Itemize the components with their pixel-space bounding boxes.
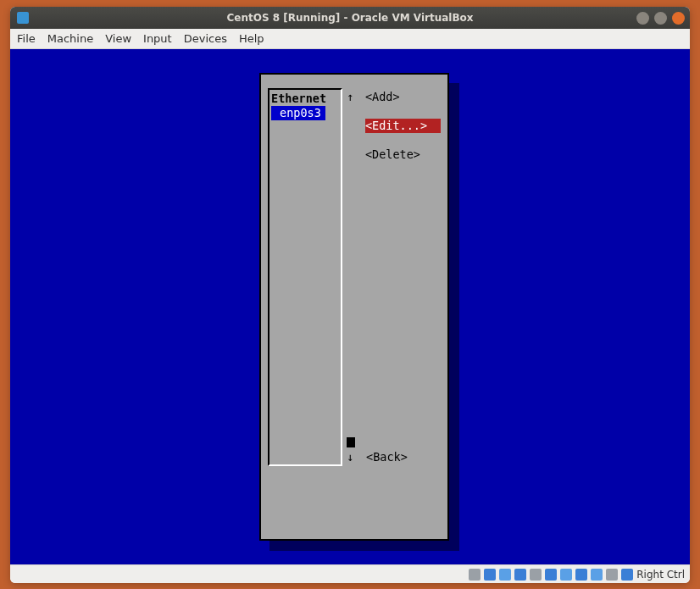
cpu-icon[interactable] <box>591 569 603 581</box>
statusbar: Right Ctrl <box>10 564 690 583</box>
usb-icon[interactable] <box>530 569 542 581</box>
sharedfolder-icon[interactable] <box>545 569 557 581</box>
edit-button[interactable]: <Edit...> <box>365 119 441 133</box>
titlebar: CentOS 8 [Running] - Oracle VM VirtualBo… <box>10 7 690 29</box>
optical-icon[interactable] <box>484 569 496 581</box>
menubar: File Machine View Input Devices Help <box>10 29 690 49</box>
menu-machine[interactable]: Machine <box>47 32 93 45</box>
window-title: CentOS 8 [Running] - Oracle VM VirtualBo… <box>226 12 473 24</box>
scrollbar[interactable]: ↑ ↓ <box>347 88 358 466</box>
window-controls <box>636 12 685 25</box>
menu-devices[interactable]: Devices <box>184 32 227 45</box>
menu-input[interactable]: Input <box>143 32 172 45</box>
minimize-button[interactable] <box>636 12 649 25</box>
scroll-down-icon[interactable]: ↓ <box>347 450 353 464</box>
vm-display[interactable]: Ethernet enp0s3 ↑ ↓ <Add> <Edit.. <box>10 49 690 564</box>
add-button[interactable]: <Add> <box>365 90 441 104</box>
connection-listbox[interactable]: Ethernet enp0s3 <box>268 88 342 466</box>
menu-help[interactable]: Help <box>239 32 264 45</box>
nmtui-dialog: Ethernet enp0s3 ↑ ↓ <Add> <Edit.. <box>259 73 449 541</box>
list-item-enp0s3[interactable]: enp0s3 <box>271 106 325 120</box>
list-header-ethernet: Ethernet <box>269 92 341 106</box>
keyboard-icon[interactable] <box>621 569 633 581</box>
scroll-thumb[interactable] <box>347 437 355 447</box>
mouse-icon[interactable] <box>606 569 618 581</box>
menu-file[interactable]: File <box>17 32 36 45</box>
display-icon[interactable] <box>560 569 572 581</box>
recording-icon[interactable] <box>575 569 587 581</box>
maximize-button[interactable] <box>654 12 667 25</box>
audio-icon[interactable] <box>499 569 511 581</box>
host-key-label: Right Ctrl <box>636 569 685 581</box>
menu-view[interactable]: View <box>105 32 131 45</box>
app-icon <box>17 12 29 24</box>
close-button[interactable] <box>672 12 685 25</box>
virtualbox-window: CentOS 8 [Running] - Oracle VM VirtualBo… <box>10 7 690 583</box>
hdd-icon[interactable] <box>469 569 481 581</box>
scroll-up-icon[interactable]: ↑ <box>347 90 353 104</box>
back-button[interactable]: <Back> <box>366 450 408 466</box>
network-icon[interactable] <box>514 569 526 581</box>
delete-button[interactable]: <Delete> <box>365 147 441 162</box>
